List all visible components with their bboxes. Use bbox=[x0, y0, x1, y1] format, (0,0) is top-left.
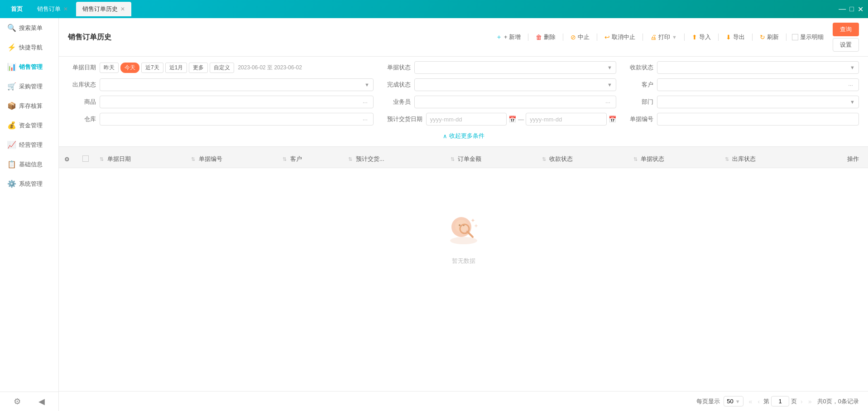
sidebar-bottom: ⚙ ◀ bbox=[0, 392, 58, 411]
divider-1 bbox=[528, 34, 528, 41]
sidebar-collapse-icon[interactable]: ◀ bbox=[38, 396, 45, 406]
date-btn-more[interactable]: 更多 bbox=[189, 63, 208, 73]
page-label: 第 bbox=[763, 397, 769, 406]
col-delivery-date[interactable]: ⇅ 预计交货... bbox=[343, 150, 445, 168]
display-detail-toggle[interactable]: 显示明细 bbox=[792, 33, 824, 41]
tab-sales-order-close[interactable]: ✕ bbox=[63, 6, 68, 12]
tab-sales-order-history[interactable]: 销售订单历史 ✕ bbox=[76, 2, 131, 16]
col-bill-number[interactable]: ⇅ 单据编号 bbox=[186, 150, 277, 168]
outbound-status-select[interactable]: ▼ bbox=[100, 78, 374, 91]
stop-label: 中止 bbox=[578, 33, 590, 41]
delivery-date-start-input[interactable]: yyyy-mm-dd bbox=[426, 113, 507, 126]
bill-number-input[interactable] bbox=[657, 113, 859, 126]
sidebar-item-inventory-mgmt[interactable]: 📦 库存核算 bbox=[0, 96, 58, 116]
query-button[interactable]: 查询 bbox=[833, 23, 859, 36]
sidebar-item-capital-mgmt[interactable]: 💰 资金管理 bbox=[0, 116, 58, 135]
col-order-amount[interactable]: ⇅ 订单金额 bbox=[445, 150, 537, 168]
col-bill-status[interactable]: ⇅ 单据状态 bbox=[628, 150, 719, 168]
customer-input[interactable]: ··· bbox=[657, 78, 859, 91]
export-button[interactable]: ⬇ 导出 bbox=[724, 32, 747, 42]
bill-status-select[interactable]: ▼ bbox=[414, 61, 616, 74]
sidebar-item-sales-mgmt[interactable]: 📊 销售管理 bbox=[0, 57, 58, 77]
date-btn-7days[interactable]: 近7天 bbox=[141, 63, 163, 73]
sort-arrows-customer: ⇅ bbox=[283, 156, 287, 162]
col-receipt-status[interactable]: ⇅ 收款状态 bbox=[537, 150, 628, 168]
page-first-btn[interactable]: « bbox=[747, 397, 754, 406]
tab-home[interactable]: 首页 bbox=[5, 2, 29, 16]
window-controls: — □ ✕ bbox=[839, 5, 863, 14]
page-last-btn[interactable]: » bbox=[806, 397, 814, 406]
customer-label: 客户 bbox=[630, 81, 657, 89]
page-input[interactable] bbox=[771, 396, 789, 406]
setting-button[interactable]: 设置 bbox=[833, 38, 859, 52]
sort-arrows-bill-status: ⇅ bbox=[633, 156, 638, 162]
stop-button[interactable]: ⊘ 中止 bbox=[569, 32, 591, 42]
sidebar-item-purchase-mgmt[interactable]: 🛒 采购管理 bbox=[0, 77, 58, 96]
col-settings[interactable]: ⚙ bbox=[59, 150, 77, 168]
delivery-date-end-calendar-icon[interactable]: 📅 bbox=[609, 116, 616, 123]
new-button[interactable]: ＋ + 新增 bbox=[494, 32, 523, 42]
tab-sales-order-history-close[interactable]: ✕ bbox=[120, 6, 125, 12]
display-detail-checkbox[interactable] bbox=[792, 34, 798, 40]
sidebar-item-quick-nav[interactable]: ⚡ 快捷导航 bbox=[0, 38, 58, 57]
delivery-date-start-calendar-icon[interactable]: 📅 bbox=[508, 116, 516, 123]
col-order-amount-label: 订单金额 bbox=[458, 155, 481, 162]
sidebar-item-biz-mgmt[interactable]: 📈 经营管理 bbox=[0, 135, 58, 155]
complete-status-filter-group: 完成状态 ▼ bbox=[374, 78, 616, 91]
page-next-btn[interactable]: › bbox=[799, 397, 805, 406]
warehouse-label: 仓库 bbox=[68, 115, 100, 123]
warehouse-input[interactable]: ··· bbox=[100, 113, 374, 126]
product-input[interactable]: ··· bbox=[100, 96, 374, 108]
warehouse-dots: ··· bbox=[361, 116, 369, 123]
date-btn-yesterday[interactable]: 昨天 bbox=[100, 63, 119, 73]
col-checkbox[interactable] bbox=[77, 150, 94, 168]
sidebar-item-sys-mgmt[interactable]: ⚙️ 系统管理 bbox=[0, 174, 58, 193]
date-filter-label: 单据日期 bbox=[68, 63, 100, 72]
outbound-status-label: 出库状态 bbox=[68, 81, 100, 89]
date-range-text: 2023-06-02 至 2023-06-02 bbox=[238, 64, 302, 72]
import-label: 导入 bbox=[699, 33, 711, 41]
salesperson-input[interactable]: ··· bbox=[414, 96, 616, 108]
sidebar-item-basic-info[interactable]: 📋 基础信息 bbox=[0, 155, 58, 174]
filter-row-4: 仓库 ··· 预计交货日期 yyyy-mm-dd 📅 — yyyy-m bbox=[68, 113, 859, 126]
col-customer[interactable]: ⇅ 客户 bbox=[277, 150, 343, 168]
receipt-status-select[interactable]: ▼ bbox=[657, 61, 859, 74]
window-maximize-icon[interactable]: □ bbox=[849, 5, 854, 13]
collapse-bar[interactable]: ∧ 收起更多条件 bbox=[68, 130, 859, 142]
warehouse-filter-group: 仓库 ··· bbox=[68, 113, 374, 126]
print-button[interactable]: 🖨 打印 ▼ bbox=[648, 32, 679, 42]
complete-status-select[interactable]: ▼ bbox=[414, 78, 616, 91]
sidebar-settings-icon[interactable]: ⚙ bbox=[14, 396, 21, 406]
delivery-date-filter-group: 预计交货日期 yyyy-mm-dd 📅 — yyyy-mm-dd 📅 bbox=[374, 113, 616, 126]
col-bill-date[interactable]: ⇅ 单据日期 bbox=[94, 150, 186, 168]
date-btn-custom[interactable]: 自定义 bbox=[210, 63, 234, 73]
date-btn-today[interactable]: 今天 bbox=[120, 63, 139, 73]
sidebar: 🔍 搜索菜单 ⚡ 快捷导航 📊 销售管理 🛒 采购管理 📦 库存核算 💰 资金管… bbox=[0, 18, 59, 411]
page-prev-btn[interactable]: ‹ bbox=[756, 397, 762, 406]
header-checkbox[interactable] bbox=[82, 155, 89, 162]
pagination-bar: 每页显示 50 ▼ « ‹ 第 页 › » 共0页，0条记录 bbox=[59, 391, 868, 411]
window-close-icon[interactable]: ✕ bbox=[858, 5, 863, 14]
complete-status-arrow: ▼ bbox=[607, 82, 612, 87]
svg-point-3 bbox=[459, 224, 460, 226]
col-outbound-status[interactable]: ⇅ 出库状态 bbox=[719, 150, 811, 168]
window-minus-icon[interactable]: — bbox=[839, 5, 846, 13]
cancel-stop-icon: ↩ bbox=[604, 34, 610, 41]
receipt-status-arrow: ▼ bbox=[850, 65, 855, 70]
tab-sales-order[interactable]: 销售订单 ✕ bbox=[31, 2, 74, 16]
per-page-select[interactable]: 50 ▼ bbox=[724, 396, 743, 406]
import-button[interactable]: ⬆ 导入 bbox=[690, 32, 713, 42]
date-btn-1month[interactable]: 近1月 bbox=[165, 63, 187, 73]
tab-home-label: 首页 bbox=[11, 5, 23, 13]
refresh-button[interactable]: ↻ 刷新 bbox=[758, 32, 781, 42]
sidebar-item-search-menu[interactable]: 🔍 搜索菜单 bbox=[0, 18, 58, 38]
delivery-date-end-input[interactable]: yyyy-mm-dd bbox=[526, 113, 607, 126]
divider-7 bbox=[752, 34, 753, 41]
delete-button[interactable]: 🗑 删除 bbox=[534, 32, 557, 42]
department-select[interactable]: ▼ bbox=[657, 96, 859, 108]
cancel-stop-button[interactable]: ↩ 取消中止 bbox=[603, 32, 637, 42]
col-delivery-label: 预计交货... bbox=[356, 155, 384, 162]
sidebar-item-sys-mgmt-label: 系统管理 bbox=[19, 180, 43, 188]
table-head: ⚙ ⇅ 单据日期 ⇅ 单据编号 ⇅ bbox=[59, 150, 868, 168]
sidebar-item-biz-mgmt-label: 经营管理 bbox=[19, 141, 43, 149]
